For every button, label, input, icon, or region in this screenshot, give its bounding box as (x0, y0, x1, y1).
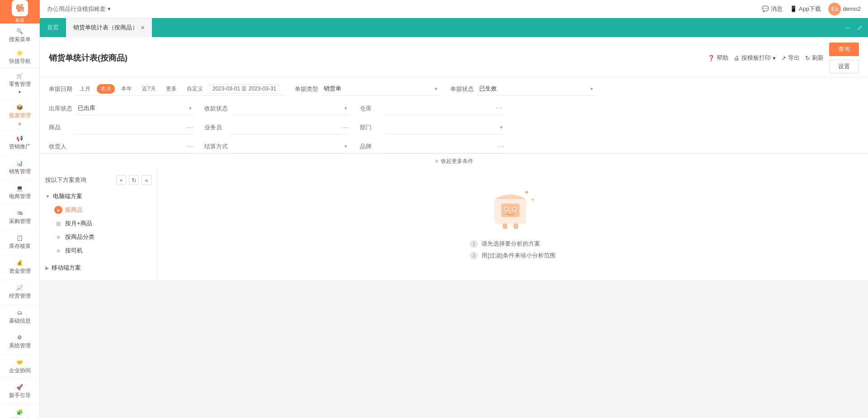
tab-minimize-btn[interactable]: ─ (844, 22, 852, 33)
collapse-panel-btn[interactable]: « (142, 175, 151, 185)
sidebar-item-system[interactable]: ⚙ 系统管理 (0, 330, 39, 355)
collab-icon: 🤝 (16, 359, 23, 366)
tree-section-mobile: ▶ 移动端方案 (40, 259, 157, 276)
date-range-value[interactable]: 2023-03-01 至 2023-03-31 (209, 84, 279, 94)
receiver-dots[interactable]: ··· (186, 142, 193, 151)
refresh-scheme-btn[interactable]: ↻ (129, 175, 139, 185)
sidebar-item-basics[interactable]: 🗂 基础信息 (0, 305, 39, 330)
receiver-label: 收货人 (49, 142, 74, 151)
print-dropdown-arrow: ▾ (773, 55, 776, 62)
tab-home[interactable]: 首页 (40, 18, 66, 37)
payment-select[interactable]: ▾ (231, 104, 349, 112)
tree-item-by-category[interactable]: ≡ 按商品分类 (40, 230, 157, 244)
sidebar-item-apps[interactable]: 🧩 应用中心 (0, 404, 39, 418)
storage-select[interactable]: ··· (385, 103, 505, 113)
status-arrow-icon: ▾ (590, 86, 593, 92)
sidebar-item-operations[interactable]: 📈 经营管理 (0, 280, 39, 305)
add-scheme-btn[interactable]: + (116, 175, 126, 185)
svg-point-5 (514, 208, 515, 210)
brand-dots[interactable]: ··· (497, 142, 505, 151)
account-selector[interactable]: 办公用品行业模拟账套 ▾ (47, 5, 111, 13)
tab-expand-btn[interactable]: ⤢ (855, 22, 864, 33)
collapse-filters-btn[interactable]: ∧ 收起更多条件 (40, 153, 868, 169)
sidebar-item-sales[interactable]: 📊 销售管理 (0, 156, 39, 180)
date-tab-last-month[interactable]: 上月 (76, 84, 94, 94)
filter-payment: 收款状态 ▾ (204, 102, 349, 115)
staff-dots[interactable]: ··· (342, 124, 349, 132)
goods-dots[interactable]: ··· (186, 124, 193, 132)
date-tab-this-year[interactable]: 本年 (118, 84, 136, 94)
sidebar-item-purchase[interactable]: 🛍 采购管理 (0, 205, 39, 230)
help-btn[interactable]: ❓ 帮助 (708, 54, 728, 62)
message-label: 消息 (771, 5, 783, 13)
retail-icon: 🛒 (16, 73, 23, 79)
filter-receiver: 收货人 ··· (49, 140, 193, 153)
type-select[interactable]: 销货单 ▾ (322, 84, 439, 94)
sidebar-search[interactable]: 🔍 搜索菜单 (9, 24, 31, 46)
sidebar-item-wholesale[interactable]: 📦 批发管理 ▲ (0, 100, 39, 131)
sidebar-item-ecommerce[interactable]: 💻 电商管理 (0, 180, 39, 205)
filter-goods: 商品 ··· (49, 121, 193, 134)
tree-item-by-driver[interactable]: ≡ 按司机 (40, 244, 157, 257)
sidebar-search-label: 搜索菜单 (9, 36, 31, 43)
storage-dots[interactable]: ··· (495, 104, 503, 112)
sidebar-item-collab[interactable]: 🤝 企业协同 (0, 355, 39, 380)
dept-select[interactable]: ▾ (385, 124, 505, 131)
help-label: 帮助 (717, 54, 728, 62)
retail-label: 零售管理 (9, 81, 31, 88)
tree-item-by-month-goods[interactable]: ⊞ 按月+商品 (40, 217, 157, 230)
sidebar-quicknav-label: 快捷导航 (9, 57, 31, 65)
status-control: 已生效 ▾ (477, 82, 595, 96)
page-header: 销货单统计表(按商品) ❓ 帮助 🖨 按模板打印 ▾ ↗ 导出 ↻ 刷新 (40, 37, 868, 77)
sidebar-quicknav[interactable]: ⭐ 快捷导航 (0, 46, 39, 68)
sidebar-item-retail[interactable]: 🛒 零售管理 ▾ (0, 68, 39, 100)
date-tab-7days[interactable]: 近7天 (138, 84, 160, 94)
tree-pc-section[interactable]: ▼ 电脑端方案 (40, 190, 157, 203)
system-icon: ⚙ (17, 334, 22, 341)
sidebar-item-inventory[interactable]: 📋 库存核算 (0, 230, 39, 255)
right-panel: ✦ ✦ 1 请先选择要分析的方案 2 (157, 169, 868, 280)
date-tab-custom[interactable]: 自定义 (183, 84, 207, 94)
user-profile[interactable]: Ea demo2 (828, 3, 861, 15)
by-driver-icon: ≡ (54, 247, 62, 255)
collab-label: 企业协同 (9, 367, 31, 375)
date-tab-this-month[interactable]: 本月 (97, 84, 115, 94)
dropdown-arrow-icon: ▾ (108, 5, 111, 12)
out-status-select[interactable]: 已出库 ▾ (76, 103, 193, 113)
date-tab-more[interactable]: 更多 (162, 84, 180, 94)
tree-item-by-goods[interactable]: ● 按商品 (40, 203, 157, 217)
tree-mobile-section[interactable]: ▶ 移动端方案 (40, 261, 157, 275)
sidebar-item-guide[interactable]: 🚀 新手引导 (0, 380, 39, 404)
svg-text:✦: ✦ (531, 197, 534, 202)
query-button[interactable]: 查询 (829, 43, 859, 56)
left-panel-title: 按以下方案查询 (45, 176, 86, 184)
app-icon: 📱 (790, 5, 797, 12)
sidebar-item-marketing[interactable]: 📢 营销推广 (0, 131, 39, 156)
print-btn[interactable]: 🖨 按模板打印 ▾ (734, 54, 776, 62)
refresh-btn[interactable]: ↻ 刷新 (805, 54, 824, 62)
svg-point-4 (505, 208, 507, 210)
inventory-icon: 📋 (16, 235, 23, 241)
export-btn[interactable]: ↗ 导出 (781, 54, 800, 62)
message-btn[interactable]: 💬 消息 (762, 5, 783, 13)
page-actions: ❓ 帮助 🖨 按模板打印 ▾ ↗ 导出 ↻ 刷新 查询 (708, 43, 859, 73)
payment-control: ▾ (231, 102, 349, 115)
topbar: 办公用品行业模拟账套 ▾ 💬 消息 📱 App下载 Ea demo2 (40, 0, 868, 18)
settle-select[interactable]: ▾ (231, 142, 349, 150)
settings-button[interactable]: 设置 (829, 60, 859, 73)
tab-sales-stat[interactable]: 销货单统计表（按商品） ✕ (66, 18, 152, 37)
search-icon: 🔍 (16, 28, 23, 34)
filter-out-status: 出库状态 已出库 ▾ (49, 101, 193, 115)
page-title: 销货单统计表(按商品) (49, 52, 127, 63)
inventory-label: 库存核算 (9, 242, 31, 250)
app-label: App下载 (799, 5, 821, 13)
sidebar-logo[interactable]: 畅 标版 (0, 0, 40, 24)
settle-label: 结算方式 (204, 142, 231, 151)
status-select[interactable]: 已生效 ▾ (477, 84, 595, 94)
svg-text:✦: ✦ (524, 189, 529, 196)
tab-close-btn[interactable]: ✕ (141, 25, 145, 31)
avatar: Ea (828, 3, 841, 15)
basics-icon: 🗂 (17, 309, 23, 316)
app-download-btn[interactable]: 📱 App下载 (790, 5, 821, 13)
sidebar-item-finance[interactable]: 💰 资金管理 (0, 255, 39, 280)
